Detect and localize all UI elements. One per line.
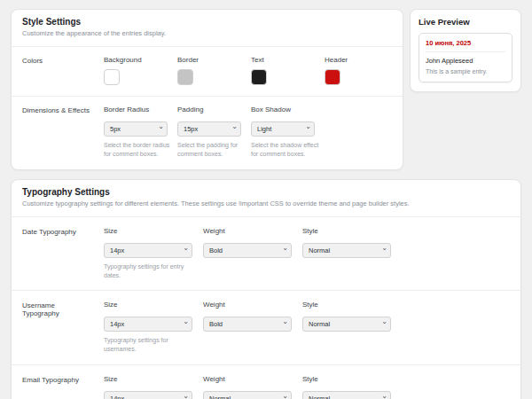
typography-title: Typography Settings [22,187,510,197]
live-preview-title: Live Preview [419,17,512,27]
preview-entry: 10 июня, 2025 John Appleseed This is a s… [419,33,512,82]
weight-label: Weight [203,375,292,383]
username-weight-field: Weight Bold ⌄ [203,301,292,354]
header-color-swatch[interactable] [325,69,340,85]
style-label: Style [302,375,391,383]
color-item-text: Text [251,56,325,85]
date-size-select[interactable]: 14px [104,243,192,258]
email-style-select-wrap: Normal ⌄ [302,388,391,399]
date-weight-field: Weight Bold ⌄ [203,227,292,280]
date-typography-help: Typography settings for entry dates. [104,262,192,280]
style-label: Style [302,227,391,235]
size-label: Size [104,227,192,235]
border-radius-select[interactable]: 5px [104,121,168,137]
background-color-label: Background [104,56,177,64]
username-typography-help: Typography settings for usernames. [104,336,192,354]
size-label: Size [104,301,192,309]
typography-header: Typography Settings Customize typography… [12,180,520,216]
username-typography-label: Username Typography [22,301,93,354]
typography-row-email: Email Typography Size 14px ⌄ Typography … [12,365,520,399]
border-color-label: Border [177,56,251,64]
date-typography-label: Date Typography [22,227,93,280]
background-color-swatch[interactable] [104,69,120,85]
email-style-select[interactable]: Normal [302,391,391,399]
date-style-select[interactable]: Normal [302,243,391,258]
colors-row-label: Colors [22,56,104,85]
weight-label: Weight [203,301,292,309]
text-color-swatch[interactable] [251,69,267,85]
username-size-field: Size 14px ⌄ Typography settings for user… [104,301,192,354]
email-typography-label: Email Typography [22,375,93,399]
typography-row-date: Date Typography Size 14px ⌄ Typography s… [12,217,520,291]
border-radius-field: Border Radius 5px ⌄ Select the border ra… [104,106,177,159]
email-size-select-wrap: 14px ⌄ [104,388,192,399]
style-label: Style [302,301,391,309]
dimensions-effects-row: Dimensions & Effects Border Radius 5px ⌄… [12,97,403,169]
border-radius-select-wrap: 5px ⌄ [104,119,168,137]
box-shadow-help: Select the shadow effect for comment box… [251,141,325,159]
border-radius-help: Select the border radius for comment box… [104,141,177,159]
size-label: Size [104,375,192,383]
header-color-label: Header [325,56,398,64]
style-settings-card: Style Settings Customize the appearance … [11,9,403,170]
date-style-field: Style Normal ⌄ [302,227,391,280]
preview-entry-text: This is a sample entry. [426,68,505,74]
date-style-select-wrap: Normal ⌄ [302,240,391,258]
color-item-border: Border [177,56,251,85]
top-row: Style Settings Customize the appearance … [11,9,521,170]
box-shadow-label: Box Shadow [251,106,325,113]
typography-settings-card: Typography Settings Customize typography… [11,179,521,399]
preview-entry-date: 10 июня, 2025 [426,39,505,52]
padding-select-wrap: 15px ⌄ [177,119,241,137]
preview-entry-name: John Appleseed [426,57,505,65]
box-shadow-select-wrap: Light ⌄ [251,119,315,137]
style-settings-subtitle: Customize the appearance of the entries … [22,29,392,38]
style-settings-header: Style Settings Customize the appearance … [12,10,403,46]
live-preview-card: Live Preview 10 июня, 2025 John Applesee… [410,9,521,92]
username-style-field: Style Normal ⌄ [302,301,391,354]
date-weight-select-wrap: Bold ⌄ [203,240,292,258]
typography-row-username: Username Typography Size 14px ⌄ Typograp… [12,291,520,364]
date-size-select-wrap: 14px ⌄ [104,240,192,258]
style-settings-title: Style Settings [22,17,392,27]
box-shadow-select[interactable]: Light [251,121,315,137]
color-item-background: Background [104,56,177,85]
border-radius-label: Border Radius [104,106,177,113]
padding-field: Padding 15px ⌄ Select the padding for co… [177,106,251,159]
typography-subtitle: Customize typography settings for differ… [22,200,510,208]
email-weight-select-wrap: Normal ⌄ [203,388,292,399]
email-style-field: Style Normal ⌄ [302,375,391,399]
border-color-swatch[interactable] [177,69,193,85]
date-weight-select[interactable]: Bold [203,243,292,258]
username-weight-select[interactable]: Bold [203,317,292,332]
username-size-select-wrap: 14px ⌄ [104,314,192,332]
email-size-field: Size 14px ⌄ Typography settings for emai… [104,375,192,399]
username-size-select[interactable]: 14px [104,317,192,332]
weight-label: Weight [203,227,292,235]
padding-help: Select the padding for comment boxes. [177,141,251,159]
username-style-select-wrap: Normal ⌄ [302,314,391,332]
email-weight-field: Weight Normal ⌄ [203,375,292,399]
date-size-field: Size 14px ⌄ Typography settings for entr… [104,227,192,280]
username-weight-select-wrap: Bold ⌄ [203,314,292,332]
box-shadow-field: Box Shadow Light ⌄ Select the shadow eff… [251,106,325,159]
email-weight-select[interactable]: Normal [203,391,292,399]
settings-page: Style Settings Customize the appearance … [0,0,532,399]
dimensions-row-label: Dimensions & Effects [22,106,104,159]
email-size-select[interactable]: 14px [104,391,192,399]
padding-select[interactable]: 15px [177,121,241,137]
username-style-select[interactable]: Normal [302,317,391,332]
padding-label: Padding [177,106,251,113]
color-item-header: Header [325,56,398,85]
text-color-label: Text [251,56,325,64]
colors-row: Colors Background Border Text Header [12,47,403,96]
